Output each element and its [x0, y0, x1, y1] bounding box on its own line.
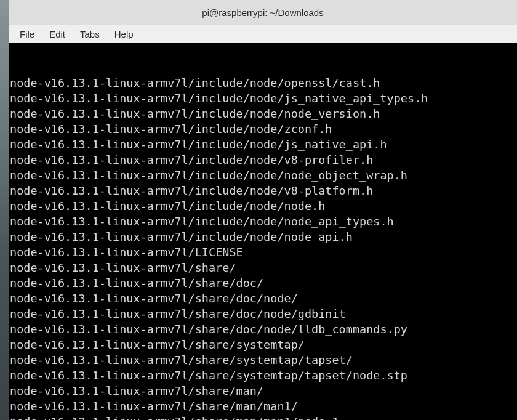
menubar: File Edit Tabs Help: [9, 25, 517, 43]
output-line: node-v16.13.1-linux-armv7l/include/node/…: [10, 152, 516, 168]
menu-help[interactable]: Help: [108, 26, 140, 42]
output-line: node-v16.13.1-linux-armv7l/share/man/man…: [10, 414, 516, 420]
output-line: node-v16.13.1-linux-armv7l/share/systemt…: [10, 337, 516, 352]
output-line: node-v16.13.1-linux-armv7l/include/node/…: [10, 229, 516, 244]
window-titlebar[interactable]: pi@raspberrypi: ~/Downloads: [9, 0, 517, 25]
output-line: node-v16.13.1-linux-armv7l/include/node/…: [10, 198, 516, 214]
output-line: node-v16.13.1-linux-armv7l/include/node/…: [10, 168, 516, 183]
output-line: node-v16.13.1-linux-armv7l/include/node/…: [10, 75, 516, 91]
output-line: node-v16.13.1-linux-armv7l/include/node/…: [10, 137, 516, 152]
menu-edit[interactable]: Edit: [43, 26, 71, 42]
terminal-content[interactable]: node-v16.13.1-linux-armv7l/include/node/…: [9, 43, 517, 420]
output-line: node-v16.13.1-linux-armv7l/LICENSE: [10, 244, 516, 260]
output-line: node-v16.13.1-linux-armv7l/share/: [10, 260, 516, 275]
terminal-window: pi@raspberrypi: ~/Downloads File Edit Ta…: [9, 0, 517, 420]
output-line: node-v16.13.1-linux-armv7l/include/node/…: [10, 91, 516, 106]
output-line: node-v16.13.1-linux-armv7l/include/node/…: [10, 183, 516, 198]
menu-tabs[interactable]: Tabs: [74, 26, 106, 42]
output-line: node-v16.13.1-linux-armv7l/share/doc/: [10, 275, 516, 291]
output-line: node-v16.13.1-linux-armv7l/include/node/…: [10, 106, 516, 121]
output-line: node-v16.13.1-linux-armv7l/include/node/…: [10, 121, 516, 137]
output-line: node-v16.13.1-linux-armv7l/share/systemt…: [10, 352, 516, 368]
output-line: node-v16.13.1-linux-armv7l/share/doc/nod…: [10, 291, 516, 306]
window-title: pi@raspberrypi: ~/Downloads: [202, 7, 323, 18]
output-line: node-v16.13.1-linux-armv7l/share/systemt…: [10, 368, 516, 383]
menu-file[interactable]: File: [14, 26, 41, 42]
output-line: node-v16.13.1-linux-armv7l/share/doc/nod…: [10, 321, 516, 337]
output-line: node-v16.13.1-linux-armv7l/share/man/: [10, 383, 516, 398]
output-line: node-v16.13.1-linux-armv7l/include/node/…: [10, 214, 516, 229]
terminal-output: node-v16.13.1-linux-armv7l/include/node/…: [10, 75, 516, 420]
output-line: node-v16.13.1-linux-armv7l/share/doc/nod…: [10, 306, 516, 321]
output-line: node-v16.13.1-linux-armv7l/share/man/man…: [10, 398, 516, 414]
